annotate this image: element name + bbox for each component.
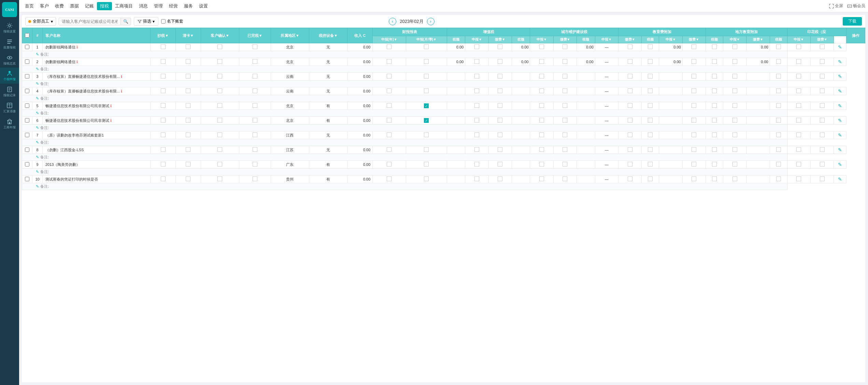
list-icon [6,38,13,45]
eye-icon [6,54,13,61]
svg-rect-1 [7,40,12,40]
table-row: 92013（陶美劳勿删）广东有0.00—✎ [22,161,865,169]
sidebar: CANI 报税设置 批量报税 报税总览 个税申报 报税记录 汇算清缴 [0,0,19,385]
customer-name: 勿删新锐网络通信 [45,60,75,64]
current-date: 2023年02月 [400,18,423,25]
row-num: 7 [36,133,38,137]
income-value: 无 [326,74,330,79]
topnav-item-piaoju[interactable]: 票据 [67,2,82,10]
edit-icon[interactable]: ✎ [838,118,842,123]
sidebar-item-baoshuishezhi[interactable]: 报税设置 [0,20,19,36]
note-edit-icon[interactable]: ✎ [36,111,39,115]
sidebar-item-baoshuizonglan[interactable]: 报税总览 [0,52,19,68]
checkbox-label-minxia[interactable]: 名下账套 [161,18,183,24]
search-input[interactable] [59,18,120,25]
topnav-item-fuwu[interactable]: 服务 [181,2,196,10]
edit-icon[interactable]: ✎ [838,74,842,79]
search-btn[interactable]: 🔍 [120,18,131,25]
income-value: 无 [326,89,330,93]
note-label: 备注: [40,111,49,115]
edit-icon[interactable]: ✎ [838,132,842,138]
topnav-item-xiaoxi[interactable]: 消息 [136,2,151,10]
select-all-checkbox[interactable] [25,33,29,38]
fullscreen-btn[interactable]: 全屏 [829,3,843,9]
filter-btn[interactable]: 筛选 ▾ [134,17,158,26]
note-edit-icon[interactable]: ✎ [36,82,39,86]
note-label: 备注: [40,82,49,86]
note-row: ✎备注: [22,66,865,73]
employee-filter-select[interactable]: 全部员工 ▾ [25,17,56,26]
edit-icon[interactable]: ✎ [838,176,842,182]
sidebar-item-gongshangnianbao[interactable]: 工商年报 [0,116,19,132]
note-edit-icon[interactable]: ✎ [36,170,39,174]
sidebar-item-baoshuijilu[interactable]: 报税记录 [0,84,19,100]
amount-value: 0.00 [363,60,370,64]
th-jiaoyufujia: 教育费附加 [618,28,706,36]
topnav-item-kehu[interactable]: 客户 [37,2,52,10]
income-value: 无 [326,148,330,152]
row-num: 9 [36,162,38,167]
edit-icon[interactable]: ✎ [838,59,842,65]
income-value: 无 [326,60,330,64]
area-value: 广东 [286,162,294,167]
download-btn[interactable]: 下载 [843,17,862,26]
topnav: 首页 客户 收费 票据 记账 报税 工商项目 消息 管理 经营 服务 设置 全屏… [19,0,868,12]
note-edit-icon[interactable]: ✎ [36,126,39,130]
topnav-item-gongshang[interactable]: 工商项目 [112,2,136,10]
note-row: ✎备注: [22,183,865,190]
note-edit-icon[interactable]: ✎ [36,96,39,100]
sidebar-item-huisuanqingjiao[interactable]: 汇算清缴 [0,100,19,116]
edit-icon[interactable]: ✎ [838,147,842,153]
edit-icon[interactable]: ✎ [838,44,842,50]
note-edit-icon[interactable]: ✎ [36,155,39,159]
topnav-item-shezhi[interactable]: 设置 [196,2,211,10]
minxia-checkbox[interactable] [161,19,166,24]
prev-month-btn[interactable]: ‹ [389,18,396,25]
note-cell: ✎备注: [22,183,787,190]
customer-name-cell: 畅捷通信息技术股份有限公司民非测试 ℹ [43,102,151,110]
note-edit-icon[interactable]: ✎ [36,184,39,188]
sidebar-item-label2: 批量报税 [3,46,16,49]
topnav-item-baoshui[interactable]: 报税 [97,2,112,10]
note-label: 备注: [40,126,49,130]
th-city-tax2: 申报▼ [595,36,618,43]
customer-name: （原）误删勿改李艳芬测试账套新1 [45,133,104,137]
note-edit-icon[interactable]: ✎ [36,67,39,71]
topnav-item-jingying[interactable]: 经营 [166,2,181,10]
note-row: ✎备注: [22,110,865,117]
note-edit-icon[interactable]: ✎ [36,52,39,56]
note-edit-icon[interactable]: ✎ [36,140,39,144]
topnav-item-home[interactable]: 首页 [22,2,37,10]
warning-icon: ℹ [121,74,122,79]
note-cell: ✎备注: [22,110,787,117]
topnav-item-guanli[interactable]: 管理 [151,2,166,10]
member-btn[interactable]: 畅会员 [847,3,865,9]
th-caibao: 财报报表 [373,28,447,36]
edit-icon[interactable]: ✎ [838,103,842,109]
topnav-item-jizhang[interactable]: 记账 [82,2,97,10]
th-yinhuashui: 印花税（应 [787,28,846,36]
sidebar-logo[interactable]: CANI [2,2,17,17]
sidebar-item-piliangbaoshui[interactable]: 批量报税 [0,36,19,52]
note-label: 备注: [40,155,49,159]
edit-icon[interactable]: ✎ [838,88,842,94]
th-qingka: 清卡▼ [175,28,201,43]
row-num: 6 [36,118,38,123]
edit-icon[interactable]: ✎ [838,162,842,167]
sidebar-item-geshuishenbao[interactable]: 个税申报 [0,68,19,84]
amount-value: 0.00 [363,133,370,137]
svg-rect-3 [7,43,11,44]
filter-chevron: ▾ [153,19,155,24]
person-icon [6,70,13,77]
th-edu-shen: 缴费▼ [618,36,641,43]
area-value: 云南 [286,89,294,93]
customer-name-cell: 勿删新锐网络通信 ℹ [43,43,151,51]
next-month-btn[interactable]: › [427,18,435,25]
building-icon [6,118,13,125]
table-row: 7（原）误删勿改李艳芬测试账套新1江西无0.00—✎ [22,131,865,139]
area-value: 江西 [286,133,294,137]
note-row: ✎备注: [22,95,865,102]
topnav-item-shoufei[interactable]: 收费 [52,2,67,10]
customer-name: （勿删）江西股金-LSS [45,148,84,152]
table-container[interactable]: # 客户名称 抄税▼ 清卡▼ 客户确认▼ 已完税▼ 所属地区▼ 税控设备▼ 收入… [22,28,865,382]
